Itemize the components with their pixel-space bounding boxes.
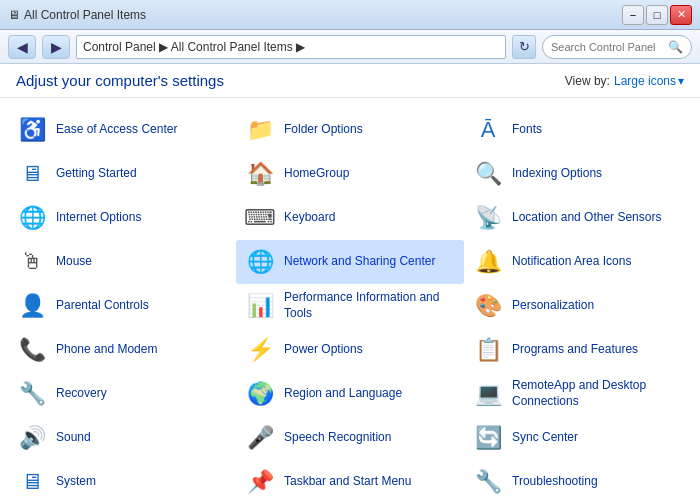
power-options-icon: ⚡ <box>244 334 276 366</box>
item-sound[interactable]: 🔊Sound <box>8 416 236 460</box>
sound-label: Sound <box>56 430 91 446</box>
item-performance-info[interactable]: 📊Performance Information and Tools <box>236 284 464 328</box>
folder-options-label: Folder Options <box>284 122 363 138</box>
keyboard-icon: ⌨ <box>244 202 276 234</box>
content-header: Adjust your computer's settings View by:… <box>0 64 700 98</box>
item-recovery[interactable]: 🔧Recovery <box>8 372 236 416</box>
view-by-value[interactable]: Large icons ▾ <box>614 74 684 88</box>
network-sharing-icon: 🌐 <box>244 246 276 278</box>
address-bar: ◀ ▶ Control Panel ▶ All Control Panel It… <box>0 30 700 64</box>
main-content: Adjust your computer's settings View by:… <box>0 64 700 501</box>
title-bar-buttons: − □ ✕ <box>622 5 692 25</box>
getting-started-icon: 🖥 <box>16 158 48 190</box>
item-personalization[interactable]: 🎨Personalization <box>464 284 692 328</box>
chevron-down-icon: ▾ <box>678 74 684 88</box>
sync-center-icon: 🔄 <box>472 422 504 454</box>
folder-options-icon: 📁 <box>244 114 276 146</box>
item-troubleshooting[interactable]: 🔧Troubleshooting <box>464 460 692 501</box>
item-mouse[interactable]: 🖱Mouse <box>8 240 236 284</box>
page-title: Adjust your computer's settings <box>16 72 224 89</box>
region-language-icon: 🌍 <box>244 378 276 410</box>
fonts-icon: Ā <box>472 114 504 146</box>
item-remoteapp[interactable]: 💻RemoteApp and Desktop Connections <box>464 372 692 416</box>
sound-icon: 🔊 <box>16 422 48 454</box>
forward-button[interactable]: ▶ <box>42 35 70 59</box>
item-system[interactable]: 🖥System <box>8 460 236 501</box>
refresh-button[interactable]: ↻ <box>512 35 536 59</box>
view-by: View by: Large icons ▾ <box>565 74 684 88</box>
system-label: System <box>56 474 96 490</box>
location-sensors-label: Location and Other Sensors <box>512 210 661 226</box>
ease-of-access-label: Ease of Access Center <box>56 122 177 138</box>
keyboard-label: Keyboard <box>284 210 335 226</box>
address-path[interactable]: Control Panel ▶ All Control Panel Items … <box>76 35 506 59</box>
speech-recognition-icon: 🎤 <box>244 422 276 454</box>
item-sync-center[interactable]: 🔄Sync Center <box>464 416 692 460</box>
programs-features-icon: 📋 <box>472 334 504 366</box>
mouse-icon: 🖱 <box>16 246 48 278</box>
item-fonts[interactable]: ĀFonts <box>464 108 692 152</box>
homegroup-label: HomeGroup <box>284 166 349 182</box>
internet-options-label: Internet Options <box>56 210 141 226</box>
recovery-icon: 🔧 <box>16 378 48 410</box>
item-phone-modem[interactable]: 📞Phone and Modem <box>8 328 236 372</box>
fonts-label: Fonts <box>512 122 542 138</box>
items-container[interactable]: ♿Ease of Access Center📁Folder OptionsĀFo… <box>0 98 700 501</box>
sync-center-label: Sync Center <box>512 430 578 446</box>
search-input[interactable] <box>551 41 664 53</box>
parental-controls-label: Parental Controls <box>56 298 149 314</box>
maximize-button[interactable]: □ <box>646 5 668 25</box>
item-region-language[interactable]: 🌍Region and Language <box>236 372 464 416</box>
remoteapp-icon: 💻 <box>472 378 504 410</box>
item-internet-options[interactable]: 🌐Internet Options <box>8 196 236 240</box>
item-indexing-options[interactable]: 🔍Indexing Options <box>464 152 692 196</box>
power-options-label: Power Options <box>284 342 363 358</box>
item-taskbar-start[interactable]: 📌Taskbar and Start Menu <box>236 460 464 501</box>
search-icon: 🔍 <box>668 40 683 54</box>
item-parental-controls[interactable]: 👤Parental Controls <box>8 284 236 328</box>
phone-modem-icon: 📞 <box>16 334 48 366</box>
troubleshooting-icon: 🔧 <box>472 466 504 498</box>
item-programs-features[interactable]: 📋Programs and Features <box>464 328 692 372</box>
notification-icons-label: Notification Area Icons <box>512 254 631 270</box>
performance-info-label: Performance Information and Tools <box>284 290 456 321</box>
ease-of-access-icon: ♿ <box>16 114 48 146</box>
system-icon: 🖥 <box>16 466 48 498</box>
item-speech-recognition[interactable]: 🎤Speech Recognition <box>236 416 464 460</box>
item-folder-options[interactable]: 📁Folder Options <box>236 108 464 152</box>
title-bar-left: 🖥 All Control Panel Items <box>8 8 146 22</box>
network-sharing-label: Network and Sharing Center <box>284 254 435 270</box>
parental-controls-icon: 👤 <box>16 290 48 322</box>
minimize-button[interactable]: − <box>622 5 644 25</box>
item-ease-of-access[interactable]: ♿Ease of Access Center <box>8 108 236 152</box>
indexing-options-label: Indexing Options <box>512 166 602 182</box>
item-power-options[interactable]: ⚡Power Options <box>236 328 464 372</box>
region-language-label: Region and Language <box>284 386 402 402</box>
troubleshooting-label: Troubleshooting <box>512 474 598 490</box>
item-location-sensors[interactable]: 📡Location and Other Sensors <box>464 196 692 240</box>
item-notification-icons[interactable]: 🔔Notification Area Icons <box>464 240 692 284</box>
internet-options-icon: 🌐 <box>16 202 48 234</box>
personalization-label: Personalization <box>512 298 594 314</box>
item-homegroup[interactable]: 🏠HomeGroup <box>236 152 464 196</box>
search-box[interactable]: 🔍 <box>542 35 692 59</box>
taskbar-start-label: Taskbar and Start Menu <box>284 474 411 490</box>
back-button[interactable]: ◀ <box>8 35 36 59</box>
getting-started-label: Getting Started <box>56 166 137 182</box>
performance-info-icon: 📊 <box>244 290 276 322</box>
item-keyboard[interactable]: ⌨Keyboard <box>236 196 464 240</box>
title-bar: 🖥 All Control Panel Items − □ ✕ <box>0 0 700 30</box>
notification-icons-icon: 🔔 <box>472 246 504 278</box>
phone-modem-label: Phone and Modem <box>56 342 157 358</box>
item-getting-started[interactable]: 🖥Getting Started <box>8 152 236 196</box>
item-network-sharing[interactable]: 🌐Network and Sharing Center <box>236 240 464 284</box>
location-sensors-icon: 📡 <box>472 202 504 234</box>
view-by-label: View by: <box>565 74 610 88</box>
programs-features-label: Programs and Features <box>512 342 638 358</box>
taskbar-start-icon: 📌 <box>244 466 276 498</box>
window-icon: 🖥 <box>8 8 20 22</box>
indexing-options-icon: 🔍 <box>472 158 504 190</box>
mouse-label: Mouse <box>56 254 92 270</box>
personalization-icon: 🎨 <box>472 290 504 322</box>
close-button[interactable]: ✕ <box>670 5 692 25</box>
